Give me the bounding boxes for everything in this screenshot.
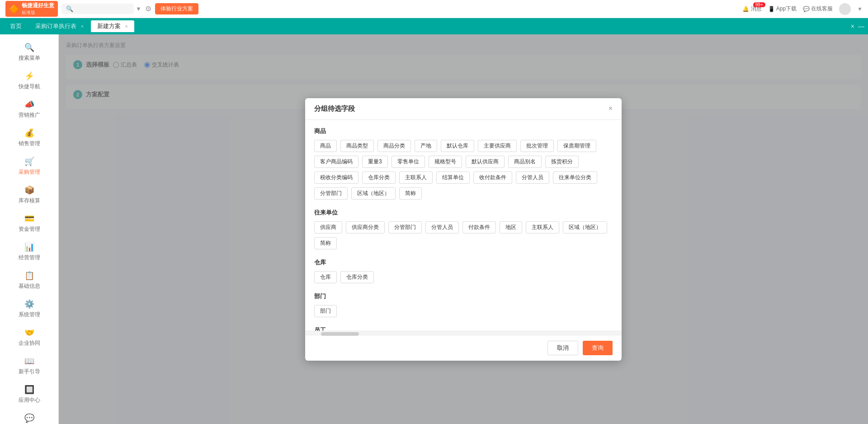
- field-tag[interactable]: 主联系人: [399, 172, 433, 184]
- sidebar-item-app-center[interactable]: 🔲 应用中心: [0, 380, 58, 409]
- field-tag[interactable]: 供应商分类: [346, 221, 385, 233]
- field-tag[interactable]: 产地: [415, 140, 437, 152]
- search-input[interactable]: [75, 6, 129, 12]
- user-avatar[interactable]: [839, 3, 851, 15]
- settings-icon[interactable]: ⚙: [145, 5, 151, 13]
- tab-purchase-close-icon[interactable]: ×: [81, 24, 84, 29]
- sidebar-item-enterprise[interactable]: 🤝 企业协同: [0, 323, 58, 352]
- sidebar: 🔍 搜索菜单 ⚡ 快捷导航 📣 营销推广 💰 销售管理 🛒 采购管理 📦 库存核…: [0, 34, 59, 424]
- field-tag[interactable]: 仓库: [314, 271, 337, 283]
- sidebar-item-newbie[interactable]: 📖 新手引导: [0, 352, 58, 380]
- finance-icon: 💳: [24, 214, 34, 224]
- field-tag[interactable]: 零售单位: [392, 156, 425, 168]
- inventory-icon: 📦: [24, 185, 34, 195]
- window-minimize-btn[interactable]: —: [858, 23, 864, 30]
- section-partner-tags: 供应商供应商分类分管部门分管人员付款条件地区主联系人区域（地区）简称: [314, 221, 613, 249]
- section-warehouse: 仓库 仓库仓库分类: [314, 258, 613, 283]
- field-tag[interactable]: 商品别名: [508, 156, 542, 168]
- field-tag[interactable]: 部门: [314, 305, 337, 317]
- field-tag[interactable]: 付款条件: [462, 221, 496, 233]
- tab-new-plan[interactable]: 新建方案 ×: [91, 20, 134, 32]
- tab-home[interactable]: 首页: [4, 20, 28, 32]
- sidebar-item-basic-info[interactable]: 📋 基础信息: [0, 266, 58, 295]
- field-tag[interactable]: 区域（地区）: [351, 187, 396, 200]
- field-tag[interactable]: 默认仓库: [441, 140, 474, 152]
- modal-horizontal-scroll[interactable]: [305, 331, 622, 334]
- confirm-button[interactable]: 查询: [583, 341, 613, 355]
- field-tag[interactable]: 分管人员: [425, 221, 459, 233]
- newbie-icon: 📖: [24, 356, 34, 366]
- field-tag[interactable]: 供应商: [314, 221, 342, 233]
- field-tag[interactable]: 商品分类: [377, 140, 411, 152]
- field-tag[interactable]: 分管部门: [314, 187, 348, 200]
- online-service-link[interactable]: 💬 在线客服: [803, 5, 833, 13]
- tab-purchase-label: 采购订单执行表: [35, 22, 76, 30]
- field-tag[interactable]: 拣货积分: [545, 156, 579, 168]
- sidebar-item-wechat[interactable]: 💬 企业微信: [0, 409, 58, 424]
- field-tag[interactable]: 重量3: [362, 156, 388, 168]
- header-left: 🔶 畅捷通好生意 标准版 🔍 ▼ ⚙ 体验行业方案: [5, 1, 198, 17]
- search-bar[interactable]: 🔍: [61, 4, 134, 14]
- sidebar-basic-info-label: 基础信息: [19, 282, 40, 290]
- sidebar-purchase-label: 采购管理: [19, 168, 40, 176]
- field-tag[interactable]: 地区: [500, 221, 522, 233]
- field-tag[interactable]: 批次管理: [520, 140, 554, 152]
- sidebar-item-marketing[interactable]: 📣 营销推广: [0, 95, 58, 124]
- field-tag[interactable]: 主要供应商: [478, 140, 517, 152]
- field-tag[interactable]: 收付款条件: [473, 172, 512, 184]
- field-tag[interactable]: 结算单位: [436, 172, 470, 184]
- sidebar-item-purchase[interactable]: 🛒 采购管理: [0, 152, 58, 181]
- section-employee: 员工 业务员: [314, 326, 613, 331]
- field-tag[interactable]: 区域（地区）: [563, 221, 607, 233]
- logo-icon: 🔶: [9, 4, 19, 14]
- logo-area: 🔶 畅捷通好生意 标准版: [5, 1, 58, 17]
- field-tag[interactable]: 仓库分类: [362, 172, 396, 184]
- sidebar-item-quick-nav[interactable]: ⚡ 快捷导航: [0, 67, 58, 95]
- trial-button[interactable]: 体验行业方案: [155, 3, 198, 14]
- field-tag[interactable]: 保质期管理: [557, 140, 596, 152]
- modal-close-button[interactable]: ×: [609, 105, 613, 113]
- field-tag[interactable]: 规格型号: [429, 156, 462, 168]
- sidebar-item-finance[interactable]: 💳 资金管理: [0, 209, 58, 238]
- field-tag[interactable]: 商品: [314, 140, 337, 152]
- section-partner: 往来单位 供应商供应商分类分管部门分管人员付款条件地区主联系人区域（地区）简称: [314, 209, 613, 249]
- sidebar-item-inventory[interactable]: 📦 库存核算: [0, 181, 58, 209]
- dropdown-arrow-icon: ▼: [136, 5, 142, 12]
- app-download-label: App下载: [776, 5, 797, 13]
- window-close-btn[interactable]: ×: [851, 23, 854, 30]
- field-tag[interactable]: 简称: [399, 187, 422, 200]
- search-icon: 🔍: [66, 5, 73, 12]
- app-download-link[interactable]: 📱 App下载: [768, 5, 797, 13]
- sidebar-search-label: 搜索菜单: [19, 54, 40, 62]
- online-service-icon: 💬: [803, 6, 810, 12]
- notification-area[interactable]: 🔔 消息 99+: [742, 5, 762, 13]
- sidebar-marketing-label: 营销推广: [19, 111, 40, 119]
- field-tag[interactable]: 简称: [314, 237, 337, 249]
- sidebar-item-search[interactable]: 🔍 搜索菜单: [0, 38, 58, 67]
- sidebar-item-system[interactable]: ⚙️ 系统管理: [0, 295, 58, 323]
- cancel-button[interactable]: 取消: [547, 341, 578, 355]
- notification-icon: 🔔: [742, 6, 749, 12]
- field-tag[interactable]: 客户商品编码: [314, 156, 359, 168]
- sidebar-item-sales[interactable]: 💰 销售管理: [0, 124, 58, 152]
- sidebar-item-management[interactable]: 📊 经营管理: [0, 238, 58, 266]
- wechat-icon: 💬: [24, 413, 34, 423]
- field-tag[interactable]: 税收分类编码: [314, 172, 359, 184]
- field-tag[interactable]: 默认供应商: [466, 156, 505, 168]
- field-tag[interactable]: 仓库分类: [340, 271, 374, 283]
- basic-info-icon: 📋: [24, 271, 34, 281]
- field-tag[interactable]: 商品类型: [340, 140, 374, 152]
- sidebar-enterprise-label: 企业协同: [19, 339, 40, 347]
- field-tag[interactable]: 分管人员: [516, 172, 549, 184]
- tab-new-plan-close-icon[interactable]: ×: [125, 24, 128, 29]
- field-tag[interactable]: 分管部门: [388, 221, 422, 233]
- field-tag[interactable]: 往来单位分类: [553, 172, 597, 184]
- tab-purchase-list[interactable]: 采购订单执行表 ×: [29, 20, 90, 32]
- header-right: 🔔 消息 99+ 📱 App下载 💬 在线客服 ▼: [742, 3, 863, 15]
- section-warehouse-title: 仓库: [314, 258, 613, 267]
- field-tag[interactable]: 主联系人: [526, 221, 559, 233]
- user-dropdown-icon[interactable]: ▼: [857, 6, 863, 12]
- section-warehouse-tags: 仓库仓库分类: [314, 271, 613, 283]
- sidebar-newbie-label: 新手引导: [19, 368, 40, 376]
- notification-badge-count: 99+: [753, 2, 765, 7]
